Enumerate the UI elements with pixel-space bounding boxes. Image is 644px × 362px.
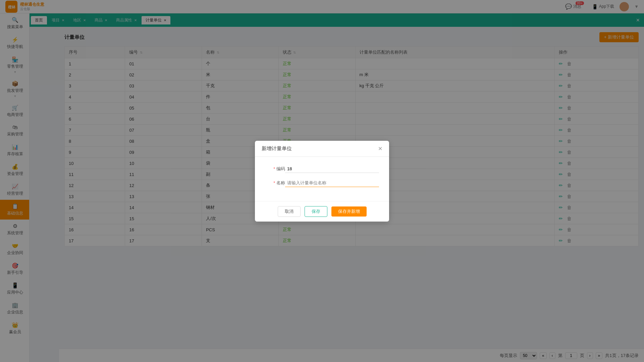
save-button[interactable]: 保存 — [305, 206, 327, 217]
modal-close-button[interactable]: ✕ — [378, 145, 382, 152]
save-and-new-button[interactable]: 保存并新增 — [331, 206, 367, 217]
code-input[interactable] — [285, 165, 379, 173]
modal-body: 编码 名称 — [255, 157, 389, 201]
name-form-row: 名称 — [265, 179, 379, 187]
name-input[interactable] — [285, 179, 379, 187]
modal-header: 新增计量单位 ✕ — [255, 141, 389, 157]
code-form-row: 编码 — [265, 165, 379, 173]
cancel-button[interactable]: 取消 — [278, 206, 301, 217]
modal-overlay: 新增计量单位 ✕ 编码 名称 取消 保存 保存并新增 — [0, 0, 644, 362]
modal-footer: 取消 保存 保存并新增 — [255, 201, 389, 222]
code-label: 编码 — [265, 166, 285, 172]
add-measure-unit-modal: 新增计量单位 ✕ 编码 名称 取消 保存 保存并新增 — [255, 141, 389, 222]
name-label: 名称 — [265, 180, 285, 186]
modal-title: 新增计量单位 — [262, 145, 292, 152]
